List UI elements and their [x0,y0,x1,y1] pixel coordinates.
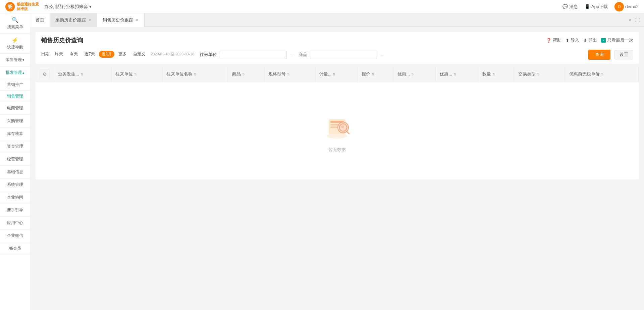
page-title: 销售历史价查询 [41,36,83,44]
page-title-bar: 销售历史价查询 ❓ 帮助 ⬆ 导入 ⬇ 导出 [41,36,633,44]
sort-icon: ⇅ [287,72,290,76]
page-actions: ❓ 帮助 ⬆ 导入 ⬇ 导出 ✓ 只看最后一次 [546,37,633,43]
sort-icon: ⇅ [242,72,245,76]
tab-close-purchase[interactable]: × [88,17,92,23]
search-button[interactable]: 查询 [588,50,610,60]
shortcut-icon: ⚡ [12,37,18,43]
export-icon: ⬇ [583,38,587,43]
date-btn-custom[interactable]: 自定义 [130,51,148,58]
sidebar-item-inventory[interactable]: 库存核算 [0,127,30,140]
chevron-down-icon: ▾ [89,4,92,9]
sidebar-item-basic[interactable]: 基础信息 [0,166,30,178]
tab-bar: 首页 采购历史价跟踪 × 销售历史价跟踪 × × ⛶ [30,13,644,27]
sidebar-item-wholesale[interactable]: 批发管理 ▴ [0,66,30,79]
gear-icon[interactable]: ⚙ [40,69,50,79]
sort-icon: ⇅ [194,72,197,76]
help-icon: ❓ [546,38,551,43]
filter-left: 日期 昨天 今天 近7天 近1月 更多 自定义 2023-02-18 至 202… [41,51,383,59]
th-biz-date[interactable]: 业务发生... ⇅ [54,66,111,82]
tab-sales-history[interactable]: 销售历史价跟踪 × [97,13,145,27]
message-btn[interactable]: 💬 消息 [562,4,578,10]
date-btn-more[interactable]: 更多 [116,51,129,58]
app-selector[interactable]: 办公用品行业模拟账套 ▾ [42,4,94,10]
page-content: 销售历史价查询 ❓ 帮助 ⬆ 导入 ⬇ 导出 [30,27,644,310]
th-discount-rate[interactable]: 优惠... ⇅ [393,66,436,82]
sidebar-item-system[interactable]: 系统管理 [0,178,30,191]
date-buttons: 昨天 今天 近7天 近1月 更多 自定义 2023-02-18 至 2023-0… [52,51,194,58]
date-btn-today[interactable]: 今天 [67,51,80,58]
only-last-checkbox[interactable]: ✓ 只看最后一次 [601,37,633,43]
th-gear[interactable]: ⚙ [36,66,54,82]
th-unit[interactable]: 计量... ⇅ [315,66,357,82]
empty-text: 暂无数据 [328,147,346,153]
date-btn-7days[interactable]: 近7天 [82,51,98,58]
th-counterparty-code[interactable]: 往来单位 ⇅ [111,66,162,82]
import-btn[interactable]: ⬆ 导入 [566,37,579,43]
sort-icon: ⇅ [80,72,83,76]
tab-purchase-history[interactable]: 采购历史价跟踪 × [50,13,97,27]
sort-icon: ⇅ [537,72,540,76]
th-quantity[interactable]: 数量 ⇅ [478,66,514,82]
th-trade-type[interactable]: 交易类型 ⇅ [514,66,565,82]
th-counterparty-name[interactable]: 往来单位名称 ⇅ [162,66,228,82]
th-goods[interactable]: 商品 ⇅ [228,66,264,82]
data-table: ⚙ 业务发生... ⇅ 往来单位 [36,66,639,82]
counterparty-input[interactable] [220,51,287,59]
chevron-up-icon: ▴ [22,71,24,74]
tab-close-sales[interactable]: × [135,17,139,23]
sort-icon: ⇅ [372,72,374,76]
tab-controls: × ⛶ [625,16,644,24]
sidebar-item-purchase[interactable]: 采购管理 [0,115,30,127]
sort-icon: ⇅ [601,72,604,76]
sidebar-item-wechat[interactable]: 企业微信 [0,229,30,242]
top-header: 畅 畅捷通好生意 标准版 办公用品行业模拟账套 ▾ 💬 消息 📱 App下载 D… [0,0,644,13]
sidebar-item-member[interactable]: 畅会员 [0,242,30,255]
date-btn-1month[interactable]: 近1月 [99,51,115,58]
sidebar-item-enterprise[interactable]: 企业协同 [0,191,30,204]
counterparty-picker-btn[interactable]: ... [289,52,293,57]
th-discount-amt[interactable]: 优惠... ⇅ [436,66,478,82]
th-pre-tax-price[interactable]: 优惠前无税单价 ⇅ [565,66,639,82]
date-btn-yesterday[interactable]: 昨天 [52,51,66,58]
sidebar-item-sales[interactable]: 销售管理 [0,91,30,102]
import-icon: ⬆ [566,38,569,43]
download-icon: 📱 [585,4,590,9]
goods-filter-group: 商品 ... [299,51,383,59]
sort-icon: ⇅ [411,72,414,76]
goods-picker-btn[interactable]: ... [380,52,383,57]
close-tab-btn[interactable]: × [627,16,633,24]
sidebar-item-appstore[interactable]: 应用中心 [0,217,30,229]
sidebar-item-search[interactable]: 🔍 搜索菜单 [0,13,30,34]
app-download-btn[interactable]: 📱 App下载 [585,4,608,10]
th-spec[interactable]: 规格型号 ⇅ [264,66,315,82]
table-header-row: ⚙ 业务发生... ⇅ 往来单位 [36,66,639,82]
sidebar-item-ecommerce[interactable]: 电商管理 [0,102,30,115]
setting-button[interactable]: 设置 [614,50,633,59]
help-btn[interactable]: ❓ 帮助 [546,37,561,43]
goods-input[interactable] [310,51,377,59]
sidebar-item-shortcut[interactable]: ⚡ 快捷导航 [0,34,30,54]
svg-point-8 [341,125,344,128]
logo-text: 畅捷通好生意 标准版 [17,2,39,11]
counterparty-filter-group: 往来单位 ... [200,51,293,59]
sidebar-item-retail[interactable]: 零售管理 ▾ [0,54,30,66]
date-range-text: 2023-02-18 至 2023-03-18 [151,52,194,57]
avatar: D [614,2,624,11]
sidebar-item-guide[interactable]: 新手引导 [0,204,30,217]
export-btn[interactable]: ⬇ 导出 [583,37,597,43]
filter-section: 销售历史价查询 ❓ 帮助 ⬆ 导入 ⬇ 导出 [36,32,639,64]
empty-state: 暂无数据 [36,82,639,179]
empty-icon [320,109,354,143]
main-layout: 🔍 搜索菜单 ⚡ 快捷导航 零售管理 ▾ 批发管理 ▴ 营销推广 销售管理 电商… [0,13,644,310]
sidebar-item-finance[interactable]: 资金管理 [0,140,30,153]
sidebar-item-marketing[interactable]: 营销推广 [0,79,30,91]
th-quote[interactable]: 报价 ⇅ [357,66,393,82]
tab-home[interactable]: 首页 [30,13,50,27]
chevron-down-icon: ▾ [22,58,24,62]
search-icon: 🔍 [12,17,18,23]
user-menu[interactable]: D demo2 [614,2,639,11]
sidebar-item-operations[interactable]: 经营管理 [0,153,30,166]
content-area: 首页 采购历史价跟踪 × 销售历史价跟踪 × × ⛶ 销售历史价查询 [30,13,644,310]
maximize-btn[interactable]: ⛶ [634,16,641,24]
message-icon: 💬 [562,4,568,9]
